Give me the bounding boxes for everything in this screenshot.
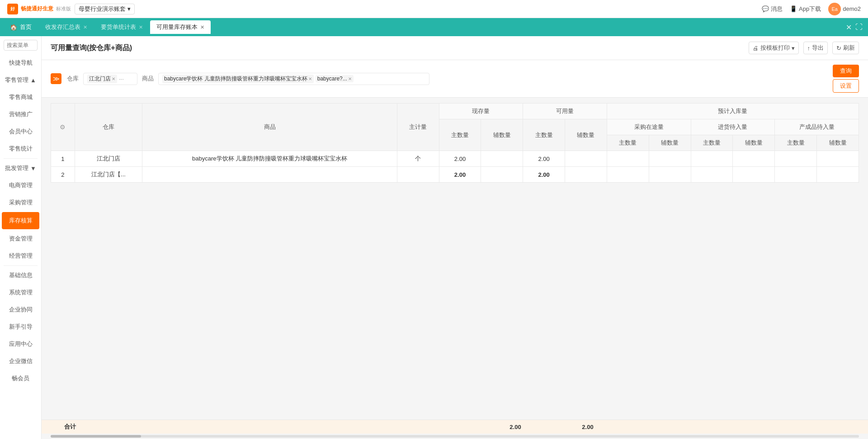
tab-order-stats[interactable]: 要货单统计表 ✕ [94,20,149,34]
filter-expand-button[interactable]: ≫ [51,73,61,84]
row2-current-main: 2.00 [439,167,481,183]
tab-available-stock-close[interactable]: ✕ [200,24,204,30]
sidebar-item-retail-store[interactable]: 零售商城 [0,89,41,106]
print-button[interactable]: 🖨 按模板打印 ▾ [749,42,799,54]
product-tag-1-close[interactable]: ✕ [308,76,312,81]
sidebar-item-basic-info[interactable]: 基础信息 [0,267,41,284]
sidebar-item-marketing[interactable]: 营销推广 [0,106,41,123]
scroll-thumb[interactable] [51,435,141,438]
tab-bar-actions: ✕ ⛶ [846,23,863,32]
footer-label: 合计 [51,423,76,431]
scroll-track [51,435,859,438]
sidebar-item-enterprise-collab[interactable]: 企业协同 [0,301,41,318]
user-menu[interactable]: Ea demo2 [828,3,861,15]
warehouse-ellipsis[interactable]: ··· [119,76,124,82]
settings-button[interactable]: 设置 [833,79,859,93]
table-settings-icon[interactable]: ⚙ [60,123,66,131]
tab-receive[interactable]: 收发存汇总表 ✕ [39,20,94,34]
row2-available-aux [565,167,607,183]
warehouse-filter-tags[interactable]: 江北门店 ✕ ··· [83,73,137,85]
refresh-button[interactable]: ↻ 刷新 [832,42,859,54]
warehouse-filter-label: 仓库 [67,75,79,83]
row2-warehouse: 江北门店【... [75,167,142,183]
warehouse-tag-close[interactable]: ✕ [112,76,115,81]
avatar: Ea [828,3,841,15]
chevron-down-icon: ▾ [127,5,131,12]
tab-available-stock[interactable]: 可用量库存账本 ✕ [150,20,211,34]
row1-production-main [775,151,817,167]
th-purchase-aux: 辅数量 [649,135,691,151]
sidebar-item-system-mgmt[interactable]: 系统管理 [0,284,41,301]
footer-production-main [787,424,823,430]
chevron-icon-2: ▼ [30,165,36,172]
th-unit: 主计量 [397,104,439,151]
sidebar-item-quick-nav[interactable]: 快捷导航 [0,54,41,71]
table-row: 2 江北门店【... 2.00 2.00 [51,167,859,183]
sidebar-item-ecommerce-mgmt[interactable]: 电商管理 [0,177,41,194]
filter-actions: 查询 设置 [833,65,859,93]
th-product: 商品 [142,104,397,151]
product-tag-2: babycare?... ✕ [316,75,354,82]
th-production-aux: 辅数量 [817,135,859,151]
filter-row: 仓库 江北门店 ✕ ··· 商品 babycare学饮杯 儿童防摔防撞吸管杯重力… [67,73,827,85]
product-tag-2-close[interactable]: ✕ [348,76,352,81]
th-purchase-main: 主数量 [607,135,649,151]
tab-receive-close[interactable]: ✕ [83,24,87,30]
th-purchase-in-group: 采购在途量 [607,119,691,135]
export-icon: ↑ [807,45,811,52]
th-warehouse: 仓库 [75,104,142,151]
th-settings[interactable]: ⚙ [51,104,75,151]
horizontal-scrollbar[interactable] [42,434,868,439]
filter-area: ≫ 仓库 江北门店 ✕ ··· 商品 babycare学饮杯 儿童防摔防撞吸管杯… [42,60,868,98]
row2-product [142,167,397,183]
sidebar-item-new-guide[interactable]: 新手引导 [0,318,41,335]
sidebar-item-retail-stats[interactable]: 零售统计 [0,140,41,157]
row1-unit: 个 [397,151,439,167]
sidebar-item-vip-member[interactable]: 畅会员 [0,370,41,387]
row1-available-aux [565,151,607,167]
sidebar-item-finance-mgmt[interactable]: 资金管理 [0,230,41,247]
sidebar-item-app-center[interactable]: 应用中心 [0,335,41,353]
tab-home[interactable]: 🏠 首页 [4,20,38,34]
sidebar-item-operations-mgmt[interactable]: 经营管理 [0,247,41,264]
table-container: ⚙ 仓库 商品 主计量 现存量 可用量 预计入库量 主数量 辅数量 主数量 辅数… [42,98,868,420]
row1-arrival-aux [733,151,775,167]
message-icon: 💬 [762,5,769,12]
footer-current-aux [533,424,570,430]
sidebar-item-inventory-check[interactable]: 库存核算 [2,212,39,229]
row1-production-aux [817,151,859,167]
chevron-icon: ▲ [30,77,36,84]
logo-icon: 好 [7,4,18,14]
sidebar-item-enterprise-wechat[interactable]: 企业微信 [0,353,41,370]
th-current-aux-qty: 辅数量 [481,119,523,151]
export-button[interactable]: ↑ 导出 [803,42,828,54]
product-filter-tags[interactable]: babycare学饮杯 儿童防摔防撞吸管杯重力球吸嘴杯宝宝水杯 ✕ babyca… [158,73,429,85]
search-input[interactable] [4,40,38,51]
app-download-button[interactable]: 📱 App下载 [790,5,821,13]
tab-order-stats-close[interactable]: ✕ [139,24,143,30]
sidebar-item-purchase-mgmt[interactable]: 采购管理 [0,194,41,211]
row1-product: babycare学饮杯 儿童防摔防撞吸管杯重力球吸嘴杯宝宝水杯 [142,151,397,167]
row1-purchase-main [607,151,649,167]
row2-available-main: 2.00 [523,167,565,183]
sidebar-item-retail-mgmt[interactable]: 零售管理 ▲ [0,71,41,89]
sidebar-item-member-center[interactable]: 会员中心 [0,123,41,140]
table-footer: 合计 2.00 2.00 [42,420,868,434]
tab-minimize-icon[interactable]: ✕ [846,23,852,32]
sidebar-item-wholesale-mgmt[interactable]: 批发管理 ▼ [0,160,41,177]
th-available-main-qty: 主数量 [523,119,565,151]
print-icon: 🖨 [753,45,759,52]
query-button[interactable]: 查询 [833,65,859,77]
message-button[interactable]: 💬 消息 [762,5,783,13]
page-title: 可用量查询(按仓库+商品) [51,43,132,53]
row2-arrival-main [691,167,733,183]
row2-no: 2 [51,167,75,183]
row1-purchase-aux [649,151,691,167]
row2-production-aux [817,167,859,183]
footer-available-aux [606,424,642,430]
industry-selector[interactable]: 母婴行业演示账套 ▾ [75,4,135,14]
tab-maximize-icon[interactable]: ⛶ [855,23,863,31]
product-filter-label: 商品 [142,75,154,83]
sidebar-search-area [0,36,41,54]
logo-text: 畅捷通好生意 [21,5,53,13]
